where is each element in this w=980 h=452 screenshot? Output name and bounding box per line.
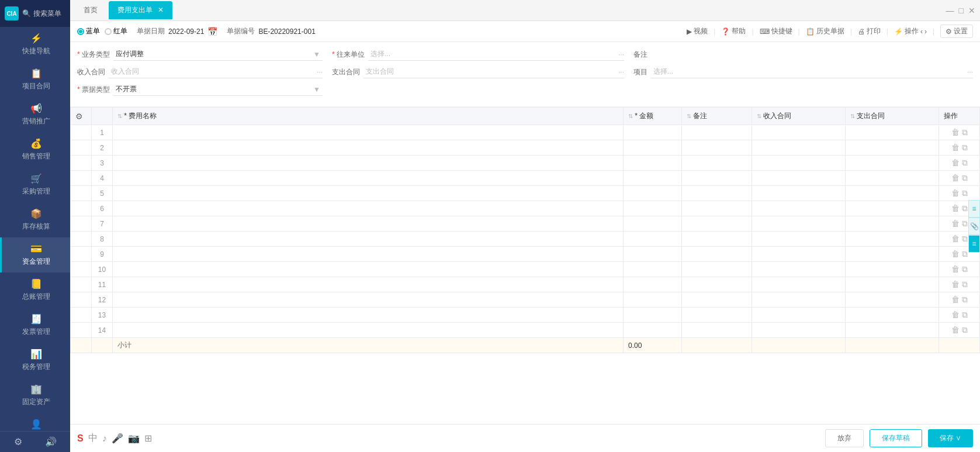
invoice-dropdown-icon[interactable]: ▼ (311, 85, 323, 94)
remark-cell[interactable] (682, 247, 752, 262)
remark-cell[interactable] (682, 323, 752, 338)
remark-cell[interactable] (682, 277, 752, 292)
history-button[interactable]: 📋 历史单据 (806, 26, 844, 36)
delete-icon[interactable]: 🗑 (951, 325, 960, 335)
amount-cell[interactable] (624, 125, 682, 140)
amount-cell[interactable] (624, 156, 682, 171)
sidebar-item-ledger-mgmt[interactable]: 📒 总账管理 (0, 272, 70, 308)
col-settings-header[interactable]: ⚙ (71, 108, 92, 125)
video-button[interactable]: ▶ 视频 (687, 26, 708, 36)
amount-cell[interactable] (624, 216, 682, 232)
expense-name-cell[interactable] (113, 308, 624, 323)
expense-name-cell[interactable] (113, 277, 624, 292)
income-contract-cell[interactable] (752, 262, 846, 277)
expense-name-cell[interactable] (113, 262, 624, 277)
delete-icon[interactable]: 🗑 (951, 219, 960, 229)
copy-icon[interactable]: ⧉ (962, 203, 968, 213)
save-draft-button[interactable]: 保存草稿 (870, 429, 922, 447)
delete-icon[interactable]: 🗑 (951, 310, 960, 320)
income-contract-cell[interactable] (752, 247, 846, 262)
income-contract-cell[interactable] (752, 171, 846, 186)
income-contract-more-icon[interactable]: ··· (317, 68, 323, 76)
copy-icon[interactable]: ⧉ (962, 234, 968, 244)
remark-cell[interactable] (682, 140, 752, 156)
expense-contract-cell[interactable] (846, 262, 939, 277)
sidebar-item-project-contract[interactable]: 📋 项目合同 (0, 62, 70, 97)
expense-contract-cell[interactable] (846, 308, 939, 323)
delete-icon[interactable]: 🗑 (951, 280, 960, 289)
copy-icon[interactable]: ⧉ (962, 188, 968, 198)
copy-icon[interactable]: ⧉ (962, 249, 968, 259)
amount-cell[interactable] (624, 232, 682, 247)
copy-icon[interactable]: ⧉ (962, 280, 968, 289)
float-attachment-icon[interactable]: 📎 (968, 218, 980, 235)
income-contract-cell[interactable] (752, 232, 846, 247)
col-amount-header[interactable]: ⇅ * 金额 (624, 108, 682, 125)
window-maximize-icon[interactable]: □ (959, 6, 964, 15)
income-contract-cell[interactable] (752, 201, 846, 216)
delete-icon[interactable]: 🗑 (951, 295, 960, 305)
delete-icon[interactable]: 🗑 (951, 143, 960, 153)
amount-cell[interactable] (624, 171, 682, 186)
income-contract-cell[interactable] (752, 323, 846, 338)
radio-red[interactable]: 红单 (105, 26, 127, 36)
copy-icon[interactable]: ⧉ (962, 143, 968, 153)
delete-icon[interactable]: 🗑 (951, 173, 960, 183)
income-contract-cell[interactable] (752, 277, 846, 292)
amount-cell[interactable] (624, 186, 682, 201)
sidebar-item-fixed-assets[interactable]: 🏢 固定资产 (0, 378, 70, 413)
expense-name-cell[interactable] (113, 186, 624, 201)
amount-cell[interactable] (624, 140, 682, 156)
expense-name-cell[interactable] (113, 232, 624, 247)
tab-home[interactable]: 首页 (75, 1, 106, 19)
expense-contract-cell[interactable] (846, 171, 939, 186)
shuangpin-icon[interactable]: S (77, 433, 84, 444)
income-contract-cell[interactable] (752, 125, 846, 140)
tab-expense-slip[interactable]: 费用支出单 ✕ (109, 1, 172, 19)
project-more-icon[interactable]: ··· (967, 68, 973, 76)
expense-contract-cell[interactable] (846, 277, 939, 292)
copy-icon[interactable]: ⧉ (962, 310, 968, 320)
sidebar-item-quick-nav[interactable]: ⚡ 快捷导航 (0, 27, 70, 62)
expense-contract-more-icon[interactable]: ··· (618, 68, 624, 76)
expense-contract-cell[interactable] (846, 201, 939, 216)
remark-cell[interactable] (682, 156, 752, 171)
dropdown-icon[interactable]: ▼ (311, 50, 323, 58)
discard-button[interactable]: 放弃 (825, 429, 864, 447)
sidebar-item-marketing[interactable]: 📢 营销推广 (0, 97, 70, 132)
income-contract-cell[interactable] (752, 140, 846, 156)
partner-more-icon[interactable]: ··· (618, 50, 624, 58)
income-contract-cell[interactable] (752, 216, 846, 232)
col-expense-name-header[interactable]: ⇅ * 费用名称 (113, 108, 624, 125)
remark-cell[interactable] (682, 308, 752, 323)
settings-button[interactable]: ⚙ 设置 (940, 25, 973, 38)
copy-icon[interactable]: ⧉ (962, 127, 968, 137)
remark-cell[interactable] (682, 201, 752, 216)
delete-icon[interactable]: 🗑 (951, 264, 960, 274)
sidebar-search-button[interactable]: 🔍 搜索菜单 (22, 9, 61, 19)
expense-contract-cell[interactable] (846, 140, 939, 156)
amount-cell[interactable] (624, 308, 682, 323)
income-contract-cell[interactable] (752, 308, 846, 323)
expense-name-cell[interactable] (113, 201, 624, 216)
remark-cell[interactable] (682, 262, 752, 277)
copy-icon[interactable]: ⧉ (962, 295, 968, 305)
grid-icon[interactable]: ⊞ (144, 433, 152, 444)
expense-name-cell[interactable] (113, 247, 624, 262)
print-button[interactable]: 🖨 打印 (858, 26, 881, 36)
sidebar-item-invoice-mgmt[interactable]: 🧾 发票管理 (0, 308, 70, 343)
calendar-icon[interactable]: 📅 (207, 27, 217, 36)
delete-icon[interactable]: 🗑 (951, 127, 960, 137)
speaker-footer-icon[interactable]: 🔊 (45, 436, 57, 447)
copy-icon[interactable]: ⧉ (962, 158, 968, 168)
expense-contract-cell[interactable] (846, 247, 939, 262)
expense-contract-cell[interactable] (846, 125, 939, 140)
sidebar-item-purchase-mgmt[interactable]: 🛒 采购管理 (0, 167, 70, 202)
expense-contract-cell[interactable] (846, 323, 939, 338)
income-contract-cell[interactable] (752, 156, 846, 171)
amount-cell[interactable] (624, 262, 682, 277)
expense-contract-cell[interactable] (846, 186, 939, 201)
col-remark-header[interactable]: ⇅ 备注 (682, 108, 752, 125)
save-button[interactable]: 保存 ∨ (928, 429, 973, 447)
sidebar-item-sales-mgmt[interactable]: 💰 销售管理 (0, 132, 70, 167)
